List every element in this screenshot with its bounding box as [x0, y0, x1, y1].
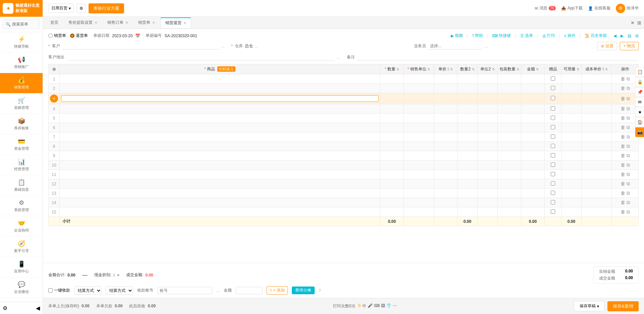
copy-row-8-button[interactable]: ⧉	[627, 143, 630, 149]
price-cell-1[interactable]	[434, 74, 458, 84]
tab-sales-order[interactable]: 销售订单 ✕	[103, 18, 133, 27]
sidebar-item-system[interactable]: ⚙ 系统管理	[0, 196, 43, 216]
copy-row-11-button[interactable]: ⧉	[627, 172, 630, 177]
radio-return-input[interactable]	[70, 34, 74, 38]
price-cell-3[interactable]	[434, 93, 458, 104]
amount-cell-1[interactable]	[521, 74, 545, 84]
amount-input[interactable]	[236, 287, 263, 294]
history-action[interactable]: 📜 历史单据	[585, 33, 607, 39]
unit2-sort-icon[interactable]: ⇅	[492, 67, 495, 71]
sidebar-item-basic-info[interactable]: 📋 基础信息	[0, 175, 43, 196]
one-click-payment-label[interactable]: 一键收款	[48, 288, 70, 293]
shortcut-action[interactable]: ⌨ 快捷键	[492, 33, 511, 39]
qty-cell-1[interactable]	[380, 74, 404, 84]
tab-sales-close[interactable]: ✕	[152, 21, 155, 24]
sidebar-item-app-center[interactable]: 📱 应用中心	[0, 257, 43, 277]
tab-home[interactable]: 首页	[46, 18, 63, 27]
next-record-button[interactable]: ▶	[621, 34, 624, 38]
add-row-button[interactable]: +	[50, 95, 58, 103]
unit2-cell-1[interactable]	[478, 74, 498, 84]
pack-cell-1[interactable]	[498, 74, 521, 84]
sidebar-item-quick-nav[interactable]: ⚡ 快捷导航	[0, 32, 43, 53]
delete-row-13-button[interactable]: 🗑	[621, 190, 625, 196]
copy-row-9-button[interactable]: ⧉	[627, 153, 630, 159]
delete-row-3-button[interactable]: 🗑	[621, 96, 625, 102]
pack-cell-2[interactable]	[498, 84, 521, 93]
delete-row-8-button[interactable]: 🗑	[621, 143, 625, 149]
cost-split-button[interactable]: 费用分摊	[292, 287, 315, 294]
salesperson-input[interactable]	[428, 43, 482, 50]
right-edge-btn-7[interactable]: 📷	[635, 127, 644, 137]
qty2-sort-icon[interactable]: ⇅	[472, 67, 475, 71]
gift-cell-1[interactable]	[545, 74, 561, 84]
gift-checkbox-14[interactable]	[551, 200, 555, 204]
right-edge-btn-2[interactable]: 🔒	[635, 77, 644, 87]
gift-checkbox-10[interactable]	[551, 163, 555, 167]
prev-record-button[interactable]: ◀	[613, 34, 616, 38]
customer-input[interactable]	[62, 43, 219, 50]
topbar-settings-button[interactable]: ⚙	[76, 4, 86, 13]
tab-sales[interactable]: 销货单 ✕	[133, 18, 160, 27]
pack-cell-3[interactable]	[498, 93, 521, 104]
sidebar-item-newbie[interactable]: 🧭 新手引导	[0, 237, 43, 257]
gift-checkbox-7[interactable]	[551, 134, 555, 139]
copy-row-5-button[interactable]: ⧉	[627, 115, 630, 121]
delete-row-10-button[interactable]: 🗑	[621, 162, 625, 168]
copy-row-10-button[interactable]: ⧉	[627, 162, 630, 168]
gift-checkbox-6[interactable]	[551, 125, 555, 129]
video-action[interactable]: ▶ 视频	[451, 33, 463, 39]
cost-sort-icon[interactable]: ⇅	[605, 67, 608, 71]
gift-checkbox-5[interactable]	[551, 116, 555, 120]
help-action[interactable]: ? 帮助	[472, 33, 483, 39]
copy-row-12-button[interactable]: ⧉	[627, 181, 630, 187]
unit-sort-icon[interactable]: ⇅	[427, 67, 430, 71]
delete-row-9-button[interactable]: 🗑	[621, 153, 625, 159]
copy-row-15-button[interactable]: ⧉	[627, 209, 630, 215]
search-menu-button[interactable]: 🔍 搜索菜单	[3, 19, 40, 29]
discount-info-icon[interactable]: ℹ	[113, 273, 115, 277]
select-action[interactable]: ☰ 选单	[520, 33, 533, 39]
salesperson-dots[interactable]: ...	[484, 44, 488, 49]
unit-cell-3[interactable]	[404, 93, 434, 104]
qty-cell-2[interactable]	[380, 84, 404, 93]
save-new-button[interactable]: 保存&新增	[607, 301, 639, 311]
product-input-3[interactable]	[61, 95, 379, 102]
gift-checkbox-8[interactable]	[551, 144, 555, 148]
qty2-cell-3[interactable]	[458, 93, 478, 104]
split-help-icon[interactable]: ?	[319, 288, 321, 293]
account-dots[interactable]: ...	[216, 288, 220, 293]
calc-method-select[interactable]: 结算方式	[106, 287, 133, 295]
customer-dots[interactable]: ...	[221, 44, 224, 49]
tab-sales-order-close[interactable]: ✕	[125, 21, 128, 24]
gift-checkbox-12[interactable]	[551, 181, 555, 186]
calendar-icon[interactable]: 📅	[135, 34, 140, 38]
maximize-button[interactable]: ⊞	[637, 20, 641, 25]
copy-row-2-button[interactable]: ⧉	[627, 85, 630, 91]
cost-info-icon[interactable]: ℹ	[602, 67, 604, 71]
gift-checkbox-2[interactable]	[551, 86, 555, 90]
right-edge-btn-6[interactable]: 🏠	[635, 117, 644, 127]
sidebar-item-enterprise[interactable]: 🤝 企业协同	[0, 216, 43, 237]
copy-row-4-button[interactable]: ⧉	[627, 106, 630, 112]
sidebar-item-enterprise-wechat[interactable]: 💬 企业微信	[0, 277, 43, 298]
price-info-icon[interactable]: ℹ	[447, 67, 449, 71]
price-sort-icon[interactable]: ⇅	[450, 67, 453, 71]
experience-button[interactable]: 体验行业方案	[89, 3, 124, 13]
right-edge-btn-4[interactable]: ✉	[635, 97, 644, 107]
sidebar-item-purchase[interactable]: 🛒 采购管理	[0, 93, 43, 114]
radio-return-label[interactable]: 退货单	[70, 33, 88, 39]
pack-sort-icon[interactable]: ⇅	[517, 67, 519, 71]
print-action[interactable]: 🖨 打印	[542, 33, 555, 39]
setup-button[interactable]: ⚙ 设置	[597, 42, 617, 50]
tab-price-settings-close[interactable]: ✕	[95, 21, 97, 24]
qty-sort-icon[interactable]: ⇅	[396, 67, 399, 71]
delete-row-15-button[interactable]: 🗑	[621, 209, 625, 215]
amount-cell-3[interactable]	[521, 93, 545, 104]
app-download-item[interactable]: 📥 App下载	[561, 5, 583, 11]
gift-checkbox-9[interactable]	[551, 153, 555, 158]
one-click-payment-checkbox[interactable]	[48, 288, 53, 293]
delete-row-5-button[interactable]: 🗑	[621, 115, 625, 121]
unit2-cell-3[interactable]	[478, 93, 498, 104]
user-profile[interactable]: 徐 徐泽华	[616, 4, 639, 13]
gift-cell-3[interactable]	[545, 93, 561, 104]
